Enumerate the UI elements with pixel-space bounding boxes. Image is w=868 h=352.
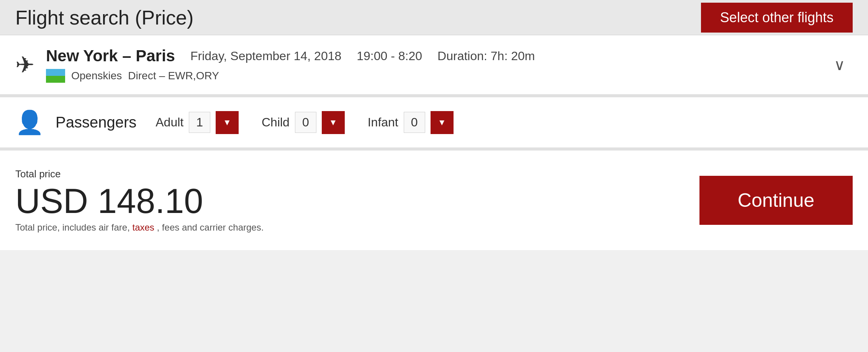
flight-info-left: ✈ New York – Paris Friday, September 14,… [15, 47, 535, 83]
adult-label: Adult [156, 115, 183, 129]
passengers-section: 👤 Passengers Adult 1 ▼ Child 0 ▼ Infant … [0, 97, 868, 151]
infant-passenger-group: Infant 0 ▼ [368, 111, 454, 134]
child-count: 0 [295, 112, 316, 133]
flight-route-row: New York – Paris Friday, September 14, 2… [46, 47, 535, 65]
flight-time: 19:00 - 8:20 [357, 49, 422, 63]
flight-details: New York – Paris Friday, September 14, 2… [46, 47, 535, 83]
total-price-label: Total price [15, 168, 264, 180]
child-dropdown-arrow-icon: ▼ [329, 118, 337, 128]
flight-info-section: ✈ New York – Paris Friday, September 14,… [0, 35, 868, 97]
adult-dropdown-arrow-icon: ▼ [223, 118, 231, 128]
child-dropdown-button[interactable]: ▼ [322, 111, 345, 134]
flight-date: Friday, September 14, 2018 [190, 49, 341, 63]
page-title: Flight search (Price) [15, 6, 193, 29]
plane-icon: ✈ [15, 51, 34, 78]
flight-route: New York – Paris [46, 47, 175, 65]
child-passenger-group: Child 0 ▼ [262, 111, 345, 134]
taxes-link[interactable]: taxes [132, 222, 154, 232]
flight-expand-icon[interactable]: ∨ [834, 56, 845, 74]
infant-dropdown-arrow-icon: ▼ [438, 118, 446, 128]
airline-logo-icon [46, 69, 65, 83]
flight-duration: Duration: 7h: 20m [437, 49, 535, 63]
infant-dropdown-button[interactable]: ▼ [431, 111, 454, 134]
flight-type: Direct – EWR,ORY [128, 70, 219, 82]
price-info: Total price USD 148.10 Total price, incl… [15, 168, 264, 233]
adult-count: 1 [189, 112, 210, 133]
infant-label: Infant [368, 115, 398, 129]
passenger-icon: 👤 [15, 109, 44, 136]
continue-button[interactable]: Continue [699, 176, 853, 225]
adult-passenger-group: Adult 1 ▼ [156, 111, 239, 134]
flight-airline-row: Openskies Direct – EWR,ORY [46, 69, 535, 83]
airline-name: Openskies [71, 70, 122, 82]
child-label: Child [262, 115, 290, 129]
price-section: Total price USD 148.10 Total price, incl… [0, 151, 868, 250]
adult-dropdown-button[interactable]: ▼ [216, 111, 239, 134]
price-note-after: , fees and carrier charges. [157, 222, 264, 232]
price-note-before: Total price, includes air fare, [15, 222, 130, 232]
price-note: Total price, includes air fare, taxes , … [15, 222, 264, 233]
passengers-label: Passengers [56, 114, 136, 131]
header: Flight search (Price) Select other fligh… [0, 0, 868, 35]
infant-count: 0 [404, 112, 425, 133]
total-price-value: USD 148.10 [15, 184, 264, 218]
select-other-flights-button[interactable]: Select other flights [701, 3, 853, 33]
